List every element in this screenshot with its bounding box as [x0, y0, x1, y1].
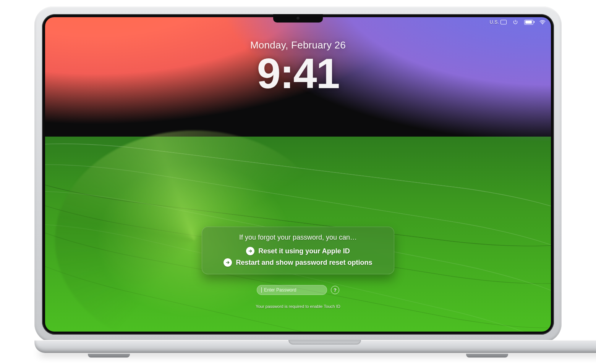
- password-hint-button[interactable]: ?: [331, 286, 339, 294]
- forgot-password-popover: If you forgot your password, you can… Re…: [202, 227, 394, 274]
- display-bezel: U.S.: [42, 14, 554, 335]
- text-caret: [261, 287, 262, 293]
- laptop-feet: [34, 353, 562, 358]
- battery-icon[interactable]: [524, 20, 533, 25]
- lock-screen-clock: Monday, February 26 9:41: [45, 39, 551, 98]
- svg-point-0: [542, 24, 543, 24]
- arrow-right-circle-icon: [246, 247, 254, 255]
- wifi-icon[interactable]: [539, 20, 546, 24]
- popover-title: If you forgot your password, you can…: [210, 234, 386, 242]
- restart-reset-options-label: Restart and show password reset options: [236, 259, 372, 267]
- menu-bar-status: U.S.: [490, 19, 546, 25]
- laptop-deck: [34, 340, 596, 353]
- laptop-lid: U.S.: [34, 6, 562, 342]
- arrow-right-circle-icon: [223, 258, 232, 267]
- time-label: 9:41: [45, 49, 551, 98]
- reset-with-apple-id-option[interactable]: Reset it using your Apple ID: [210, 245, 386, 257]
- macbook-frame: U.S.: [34, 6, 562, 358]
- reset-with-apple-id-label: Reset it using your Apple ID: [258, 247, 350, 255]
- password-requirement-text: Your password is required to enable Touc…: [252, 304, 344, 309]
- lock-screen: U.S.: [45, 17, 551, 332]
- input-source-indicator[interactable]: U.S.: [490, 19, 507, 25]
- password-row: ?: [257, 285, 339, 295]
- password-field[interactable]: [257, 285, 327, 295]
- input-source-label: U.S.: [490, 19, 499, 25]
- power-icon[interactable]: [513, 19, 518, 25]
- display-notch: [273, 14, 323, 23]
- keyboard-icon: [500, 20, 507, 24]
- restart-reset-options-option[interactable]: Restart and show password reset options: [210, 257, 386, 268]
- password-input[interactable]: [263, 287, 322, 293]
